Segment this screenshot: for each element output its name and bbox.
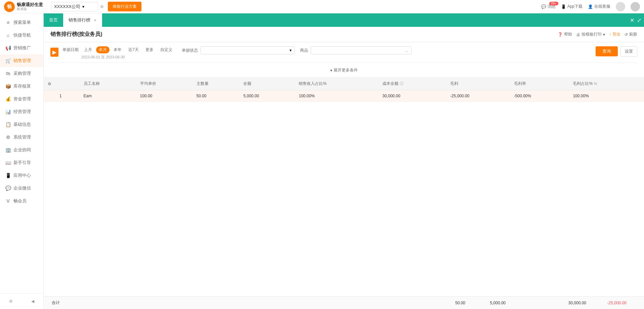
status-dropdown-icon: ▾	[290, 48, 292, 53]
footer-amount: 5,000.00	[479, 301, 519, 305]
expand-more-button[interactable]: ▾ 展开更多条件	[330, 67, 358, 73]
message-button[interactable]: 💬 消息 99+	[541, 4, 556, 9]
sidebar-collapse-button[interactable]: ◀	[29, 296, 37, 306]
help-button[interactable]: ❓ 帮助	[558, 32, 572, 37]
tab-home[interactable]: 首页	[44, 13, 63, 27]
footer-cost: 30,000.00	[559, 301, 600, 305]
status-filter-label: 单据状态	[182, 48, 198, 53]
tab-sales-ranking-label: 销售排行榜	[69, 17, 90, 23]
help-label: 帮助	[564, 32, 572, 37]
avatar[interactable]	[616, 2, 625, 11]
print-dropdown-icon: ▾	[603, 32, 605, 37]
template-print-button[interactable]: 🖨 按模板打印 ▾	[576, 32, 605, 37]
row-rank: 1	[55, 90, 80, 102]
logo-icon: 畅	[4, 1, 15, 12]
filter-settings-button[interactable]: 设置	[620, 46, 637, 57]
date-pill-this-year[interactable]: 本年	[111, 46, 124, 53]
query-button[interactable]: 查询	[596, 46, 618, 56]
sidebar-label-wecom: 企业微信	[13, 185, 31, 191]
sidebar-item-guide[interactable]: 📖 新手引导	[0, 156, 43, 169]
tab-expand-icon[interactable]: ⤢	[637, 17, 641, 23]
footer-qty: 50.00	[438, 301, 479, 305]
message-badge: 99+	[549, 2, 558, 5]
search-icon: ≡	[5, 20, 11, 25]
sidebar-label-membership: 畅会员	[13, 198, 27, 204]
company-name: XXXXXX公司	[54, 4, 80, 10]
company-selector[interactable]: XXXXXX公司 ▾	[51, 2, 98, 11]
col-header-profit-rate: 毛利率	[510, 78, 569, 90]
sidebar-item-marketing[interactable]: 📢 营销推广	[0, 42, 43, 54]
sidebar-item-appstore[interactable]: 📱 应用中心	[0, 169, 43, 182]
sidebar-label-marketing: 营销推广	[13, 45, 31, 51]
date-pill-last-month[interactable]: 上月	[81, 46, 95, 53]
goods-more-icon[interactable]: ...	[405, 48, 409, 53]
footer-label: 合计	[48, 300, 88, 306]
sidebar-item-inventory[interactable]: 📦 库存核算	[0, 80, 43, 93]
sidebar-label-quick-nav: 快捷导航	[13, 32, 31, 38]
refresh-button[interactable]: ↺ 刷新	[625, 32, 637, 37]
guide-icon: 📖	[5, 160, 11, 165]
app-download-button[interactable]: 📱 App下载	[561, 4, 583, 9]
goods-select[interactable]: ...	[311, 46, 412, 54]
help-icon: ❓	[558, 32, 563, 37]
sidebar-item-enterprise[interactable]: 🏢 企业协同	[0, 144, 43, 156]
tab-close-icon[interactable]: ✕	[94, 18, 96, 22]
system-icon: ⚙	[5, 135, 11, 140]
service-icon: 👤	[588, 4, 593, 9]
status-select[interactable]: ▾	[201, 46, 295, 54]
basics-icon: 📋	[5, 122, 11, 127]
sidebar-item-sales[interactable]: 🛒 销售管理	[0, 54, 43, 67]
sidebar-item-basics[interactable]: 📋 基础信息	[0, 118, 43, 131]
date-pill-this-month[interactable]: 本月	[96, 46, 110, 53]
col-header-cost: 成本全额 ⓘ	[378, 78, 446, 90]
sidebar-item-system[interactable]: ⚙ 系统管理	[0, 131, 43, 144]
row-sales-pct: 100.00%	[295, 90, 378, 102]
sidebar-item-membership[interactable]: V 畅会员	[0, 195, 43, 207]
membership-icon: V	[5, 198, 11, 204]
tab-close-all-icon[interactable]: ✕	[630, 17, 634, 23]
date-pill-7days[interactable]: 近7天	[126, 46, 141, 53]
trial-button[interactable]: 体验行业方案	[108, 2, 141, 11]
col-header-profit: 毛利	[446, 78, 510, 90]
tab-bar: 首页 销售排行榜 ✕ ✕ ⤢	[44, 13, 644, 27]
sidebar-item-purchase[interactable]: 🛍 采购管理	[0, 67, 43, 80]
row-profit-pct: 100.00%	[569, 90, 644, 102]
tab-home-label: 首页	[49, 17, 58, 23]
table-footer: 合计 50.00 5,000.00 30,000.00 -25,000.00	[44, 296, 644, 309]
date-pill-more[interactable]: 更多	[143, 46, 156, 53]
export-label: 导出	[612, 32, 620, 37]
sidebar-settings-button[interactable]: ⚙	[6, 296, 15, 306]
sidebar-item-wecom[interactable]: 💬 企业微信	[0, 182, 43, 195]
profit-pct-info-icon[interactable]: %	[594, 82, 597, 86]
filter-toggle-icon[interactable]: ▶	[50, 48, 58, 57]
table-row: 1 Eam 100.00 50.00 5,000.00 100.00% 30,0…	[44, 90, 644, 102]
filter-area: ▶ 单据日期 上月 本月 本年 近7天	[44, 42, 644, 78]
tab-sales-ranking[interactable]: 销售排行榜 ✕	[63, 13, 102, 27]
sidebar-label-guide: 新手引导	[13, 160, 31, 166]
cost-info-icon[interactable]: ⓘ	[400, 82, 403, 86]
date-pill-custom[interactable]: 自定义	[158, 46, 175, 53]
col-header-settings[interactable]: ⚙	[44, 78, 55, 90]
data-table: ⚙ 员工名称 平均单价 主数量	[44, 78, 644, 102]
goods-filter-label: 商品	[300, 48, 308, 53]
filter-date-item: 单据日期 上月 本月 本年 近7天 更多 自定义	[62, 46, 175, 53]
online-service-button[interactable]: 👤 在线客服	[588, 4, 610, 9]
expand-label: 展开更多条件	[334, 67, 358, 73]
column-settings-icon[interactable]: ⚙	[48, 82, 51, 86]
sidebar-item-quick-nav[interactable]: ⌂ 快捷导航	[0, 29, 43, 42]
avatar-2[interactable]	[631, 2, 640, 11]
settings-icon[interactable]: ⚙	[100, 4, 104, 9]
page-content: 销售排行榜(按业务员) ❓ 帮助 🖨 按模板打印 ▾ ↑	[44, 27, 644, 309]
sidebar-label-sales: 销售管理	[13, 58, 31, 64]
sidebar-label-operations: 经营管理	[13, 109, 31, 115]
export-button[interactable]: ↑ 导出	[609, 32, 620, 37]
row-profit-rate: -500.00%	[510, 90, 569, 102]
sidebar-item-search-order[interactable]: ≡ 搜索菜单	[0, 16, 43, 29]
message-icon: 💬	[541, 4, 546, 9]
sidebar-label-system: 系统管理	[13, 134, 31, 140]
chevron-down-icon: ▾	[82, 4, 84, 9]
row-name: Eam	[80, 90, 136, 102]
sidebar-item-finance[interactable]: 💰 资金管理	[0, 93, 43, 105]
sidebar-item-operations[interactable]: 📊 经营管理	[0, 105, 43, 118]
page-title: 销售排行榜(按业务员)	[50, 31, 102, 38]
